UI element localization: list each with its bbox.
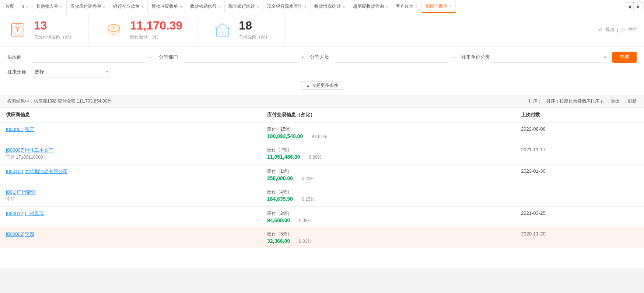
dept-filter-input[interactable]: [184, 52, 299, 63]
collapse-button[interactable]: ▲ 收起更多条件: [301, 81, 343, 90]
person-filter-dots[interactable]: ···: [450, 54, 455, 61]
tx-label: 应付（4笔）: [267, 189, 509, 195]
stat-payable-suppliers: ¥ 13 总应付供应商（家）: [7, 13, 89, 46]
svg-text:¥: ¥: [16, 27, 20, 33]
category-filter-input[interactable]: [493, 52, 602, 63]
category-filter-label: 往来单位分类: [461, 54, 490, 61]
close-icon[interactable]: ×: [386, 4, 388, 9]
supplier-filter-group: 供应商 ···: [7, 52, 153, 63]
nav-tab-3-label: 3: [22, 4, 24, 9]
stat-total-suppliers-label: 总供应商（家）: [239, 34, 270, 40]
nav-tab-home[interactable]: 首页: [1, 0, 18, 13]
col-last-payment: 上次付数: [515, 108, 644, 122]
nav-tab-bank-deposit-label: 银行存取款单: [113, 3, 140, 10]
category-chevron-down-icon[interactable]: ▾: [604, 55, 606, 60]
nav-tab-collection-verify[interactable]: 收款核销执行 ×: [186, 0, 225, 13]
nav-tab-cash-bank-stat-label: 现金银行统计: [228, 3, 255, 10]
supplier-link[interactable]: [000002]李四: [6, 231, 255, 238]
refresh-button[interactable]: ○ 刷新: [624, 98, 637, 104]
close-icon[interactable]: ×: [141, 4, 144, 9]
supplier-info-cell: [000007]恒旺二手叉车 王通 17106110000: [0, 143, 261, 165]
supplier-link[interactable]: [000012]广州贝瑞: [6, 210, 255, 217]
nav-tab-overdue-ar-label: 超期应收款查询: [353, 3, 384, 10]
nav-tab-bank-deposit[interactable]: 银行存取款单 ×: [109, 0, 148, 13]
tx-info-cell: 应付（4笔） 164,635.90 0.15%: [261, 185, 515, 207]
export-button[interactable]: ○ 导出: [607, 98, 620, 104]
supplier-sub: 王通 17106110000: [6, 154, 255, 161]
dept-chevron-down-icon[interactable]: ▾: [302, 55, 304, 60]
store-icon: [212, 20, 233, 40]
supplier-info-cell: [000002]李四: [0, 227, 261, 248]
query-button[interactable]: 查询: [612, 52, 637, 63]
tx-info-cell: 应付（15笔） 100,092,540.00 89.61%: [261, 122, 515, 143]
nav-tab-supplier-ledger-label: 供应商账本: [426, 3, 448, 9]
sort-select[interactable]: 排序：按应付余额倒序排序 ▾: [546, 98, 603, 104]
person-filter-input[interactable]: [335, 52, 447, 63]
balance-filter-select[interactable]: 选择... ▾: [32, 66, 111, 77]
tx-info-cell: 应付（2笔） 94,600.00 0.08%: [261, 207, 515, 227]
close-icon[interactable]: ×: [304, 4, 307, 9]
nav-tab-other-income[interactable]: 其他收入单 ×: [32, 0, 66, 13]
nav-tab-cash-bank-query[interactable]: 现金银行流水查询 ×: [263, 0, 311, 13]
supplier-link[interactable]: [000001]张三: [6, 126, 255, 133]
nav-prev-arrow[interactable]: ◀: [625, 2, 634, 11]
stats-header: ¥ 13 总应付供应商（家） ¥ 11,170.39 应付合计（万）: [0, 13, 644, 46]
stat-payable-suppliers-info: 13 总应付供应商（家）: [34, 19, 74, 40]
supplier-filter-input[interactable]: [32, 52, 145, 63]
stat-payable-amount: ¥ 11,170.39 应付合计（万）: [104, 13, 197, 46]
supplier-table: 供应商信息 应付交易信息（占比） 上次付数 [000001]张三 应付（15笔）: [0, 108, 644, 248]
top-navigation: 首页 3 × 其他收入单 × 应收应付调整单 × 银行存取款单 × 预收冲应收单…: [0, 0, 644, 13]
export-label: 导出: [611, 98, 620, 104]
stat-total-suppliers: 18 总供应商（家）: [212, 13, 285, 46]
tx-percent: 9.89%: [309, 155, 322, 160]
close-icon[interactable]: ×: [218, 4, 221, 9]
supplier-link[interactable]: [001]广州荣轩: [6, 189, 255, 196]
nav-tab-ar-ap-adjust[interactable]: 应收应付调整单 ×: [67, 0, 109, 13]
tx-row: 11,051,486.00 9.89%: [267, 153, 509, 160]
supplier-filter-dots[interactable]: ···: [148, 54, 153, 61]
close-icon[interactable]: ×: [449, 4, 452, 8]
supplier-link[interactable]: [000100]本特勤油品有限公司: [6, 168, 255, 175]
tx-row: 164,635.90 0.15%: [267, 195, 509, 202]
tx-info-cell: 应付（1笔） 258,000.00 0.23%: [261, 165, 515, 185]
tx-info-cell: 应付（5笔） 32,366.00 0.03%: [261, 227, 515, 248]
nav-tab-3[interactable]: 3 ×: [18, 0, 32, 13]
stat-payable-suppliers-label: 总应付供应商（家）: [34, 34, 74, 40]
tx-row: 94,600.00 0.08%: [267, 217, 509, 223]
close-icon[interactable]: ×: [180, 4, 182, 9]
nav-tab-cash-bank-stat[interactable]: 现金银行统计 ×: [225, 0, 263, 13]
nav-tab-customer-ledger[interactable]: 客户账本 ×: [392, 0, 421, 13]
stat-payable-amount-info: 11,170.39 应付合计（万）: [130, 19, 182, 40]
result-actions: 排序： 排序：按应付余额倒序排序 ▾ ○ 导出 ○ 刷新: [529, 98, 637, 104]
nav-next-arrow[interactable]: ▶: [634, 2, 643, 11]
close-icon[interactable]: ×: [26, 4, 28, 9]
close-icon[interactable]: ×: [60, 4, 62, 9]
sort-chevron-down-icon: ▾: [601, 99, 603, 104]
tx-label: 应付（1笔）: [267, 168, 509, 175]
nav-tab-cash-bank-query-label: 现金银行流水查询: [267, 3, 302, 10]
last-payment-cell: [515, 185, 644, 207]
nav-tab-other-income-label: 其他收入单: [36, 3, 58, 10]
filter-row-2: 往来余额 选择... ▾: [7, 66, 637, 77]
separator: |: [617, 27, 618, 32]
table-body: [000001]张三 应付（15笔） 100,092,540.00 89.61%…: [0, 122, 644, 248]
nav-tab-ar-ap-adjust-label: 应收应付调整单: [70, 3, 101, 10]
last-payment-cell: 2021-03-25: [515, 207, 644, 227]
close-icon[interactable]: ×: [343, 4, 345, 9]
close-icon[interactable]: ×: [257, 4, 259, 9]
supplier-filter-label: 供应商: [7, 54, 29, 61]
video-link[interactable]: 视频: [605, 27, 614, 33]
tx-amount: 164,635.90: [267, 196, 293, 202]
dept-filter-group: 分管部门 ▾: [159, 52, 304, 63]
nav-tab-prepay-ar[interactable]: 预收冲应收单 ×: [148, 0, 186, 13]
balance-chevron-down-icon[interactable]: ▾: [106, 69, 108, 74]
close-icon[interactable]: ×: [103, 4, 105, 9]
help-link[interactable]: 帮助: [628, 27, 637, 33]
nav-tab-collection-stat[interactable]: 收款情况统计 ×: [311, 0, 349, 13]
nav-tab-prepay-ar-label: 预收冲应收单: [151, 3, 178, 10]
nav-tab-supplier-ledger[interactable]: 供应商账本 ×: [422, 0, 456, 13]
supplier-link[interactable]: [000007]恒旺二手叉车: [6, 147, 255, 154]
close-icon[interactable]: ×: [415, 4, 417, 9]
category-filter-group: 往来单位分类 ▾: [461, 52, 607, 63]
nav-tab-overdue-ar[interactable]: 超期应收款查询 ×: [349, 0, 392, 13]
